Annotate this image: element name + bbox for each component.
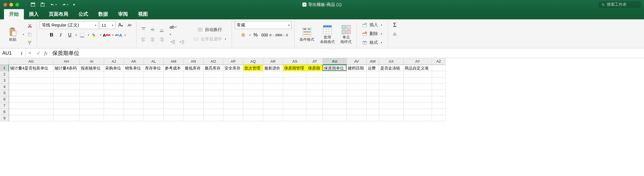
cancel-formula-icon[interactable]: × xyxy=(26,50,34,56)
cell-AZ6[interactable] xyxy=(432,96,446,103)
cell-AO5[interactable] xyxy=(203,90,223,96)
cell-AO4[interactable] xyxy=(203,84,223,90)
cell-AH9[interactable] xyxy=(53,115,80,121)
cell-AJ9[interactable] xyxy=(104,115,124,121)
spreadsheet-grid[interactable]: AGAHAIAJAKALAMANAOAPAQARASATAUAVAWAXAYAZ… xyxy=(0,58,644,121)
cell-AU3[interactable] xyxy=(323,77,347,84)
cell-AQ3[interactable] xyxy=(243,77,263,84)
qat-customize-icon[interactable]: ▾ xyxy=(73,2,75,7)
col-header-AG[interactable]: AG xyxy=(9,58,53,65)
col-header-AV[interactable]: AV xyxy=(347,58,367,65)
cell-AX6[interactable] xyxy=(379,96,404,103)
font-name-combo[interactable]: 等线 Regular (正文)▾ xyxy=(40,21,98,29)
cell-AT6[interactable] xyxy=(307,96,323,103)
tab-2[interactable]: 页面布局 xyxy=(44,9,73,19)
align-bottom-icon[interactable] xyxy=(158,26,166,33)
zoom-icon[interactable] xyxy=(15,3,19,7)
col-header-AT[interactable]: AT xyxy=(307,58,323,65)
cell-AJ4[interactable] xyxy=(104,84,124,90)
align-center-icon[interactable] xyxy=(149,36,157,43)
cell-AU4[interactable] xyxy=(323,84,347,90)
clear-icon[interactable] xyxy=(391,30,399,38)
cell-AW3[interactable] xyxy=(367,77,379,84)
cell-AV4[interactable] xyxy=(347,84,367,90)
orientation-icon[interactable]: ab↗ xyxy=(169,23,177,31)
cell-AN8[interactable] xyxy=(184,109,203,115)
cell-AV3[interactable] xyxy=(347,77,367,84)
cell-AT1[interactable]: 保质期 xyxy=(307,65,323,71)
col-header-AZ[interactable]: AZ xyxy=(432,58,446,65)
cell-AH4[interactable] xyxy=(53,84,80,90)
decrease-decimal-icon[interactable]: .00→.0 xyxy=(279,31,287,39)
cell-AR8[interactable] xyxy=(263,109,283,115)
italic-button[interactable]: I xyxy=(57,31,65,39)
accounting-icon[interactable] xyxy=(240,31,248,39)
cell-AV1[interactable]: 建档日期 xyxy=(347,65,367,71)
col-header-AQ[interactable]: AQ xyxy=(243,58,263,65)
cell-AK9[interactable] xyxy=(124,115,144,121)
cell-AQ2[interactable] xyxy=(243,71,263,77)
cell-AL6[interactable] xyxy=(144,96,164,103)
format-cells-button[interactable]: 格式▾ xyxy=(360,39,385,46)
cell-AS8[interactable] xyxy=(283,109,307,115)
cell-AJ2[interactable] xyxy=(104,71,124,77)
cell-AH1[interactable]: 辅计量4条码 xyxy=(53,65,80,71)
format-painter-icon[interactable] xyxy=(26,39,34,47)
delete-cells-button[interactable]: 删除▾ xyxy=(360,30,385,38)
cell-AO2[interactable] xyxy=(203,71,223,77)
cell-AG2[interactable] xyxy=(9,71,53,77)
cell-AY5[interactable] xyxy=(404,90,432,96)
cell-AO6[interactable] xyxy=(203,96,223,103)
cell-AO7[interactable] xyxy=(203,103,223,109)
cell-AI8[interactable] xyxy=(80,109,104,115)
cell-AH3[interactable] xyxy=(53,77,80,84)
col-header-AL[interactable]: AL xyxy=(144,58,164,65)
tab-6[interactable]: 视图 xyxy=(133,9,153,19)
cell-AG3[interactable] xyxy=(9,77,53,84)
underline-button[interactable]: U xyxy=(66,31,74,39)
cell-AL7[interactable] xyxy=(144,103,164,109)
increase-decimal-icon[interactable]: .0→.00 xyxy=(270,31,278,39)
cell-AU7[interactable] xyxy=(323,103,347,109)
cell-AH5[interactable] xyxy=(53,90,80,96)
col-header-AX[interactable]: AX xyxy=(379,58,404,65)
cell-AW8[interactable] xyxy=(367,109,379,115)
cell-AK8[interactable] xyxy=(124,109,144,115)
cell-AW1[interactable]: 运费 xyxy=(367,65,379,71)
cell-AG8[interactable] xyxy=(9,109,53,115)
cell-AW2[interactable] xyxy=(367,71,379,77)
col-header-AR[interactable]: AR xyxy=(263,58,283,65)
col-header-AO[interactable]: AO xyxy=(203,58,223,65)
cell-AJ1[interactable]: 采购单位 xyxy=(104,65,124,71)
cell-AX1[interactable]: 是否走冻链 xyxy=(379,65,404,71)
cell-AI3[interactable] xyxy=(80,77,104,84)
cell-AQ6[interactable] xyxy=(243,96,263,103)
cell-AR3[interactable] xyxy=(263,77,283,84)
cell-AR9[interactable] xyxy=(263,115,283,121)
tab-4[interactable]: 数据 xyxy=(93,9,113,19)
cell-AH2[interactable] xyxy=(53,71,80,77)
cell-AZ8[interactable] xyxy=(432,109,446,115)
cell-AM7[interactable] xyxy=(164,103,184,109)
cell-AZ3[interactable] xyxy=(432,77,446,84)
row-header-5[interactable]: 5 xyxy=(0,90,9,96)
cell-AS1[interactable]: 保质期管理 xyxy=(283,65,307,71)
paste-button[interactable]: 粘贴 xyxy=(5,26,20,43)
col-header-AI[interactable]: AI xyxy=(80,58,104,65)
cell-AM2[interactable] xyxy=(164,71,184,77)
cell-AJ8[interactable] xyxy=(104,109,124,115)
cell-AL5[interactable] xyxy=(144,90,164,96)
cell-AZ5[interactable] xyxy=(432,90,446,96)
cell-AR2[interactable] xyxy=(263,71,283,77)
number-format-combo[interactable]: 常规▾ xyxy=(235,21,292,29)
cell-AL9[interactable] xyxy=(144,115,164,121)
cell-AI9[interactable] xyxy=(80,115,104,121)
cell-AX3[interactable] xyxy=(379,77,404,84)
cell-AP1[interactable]: 安全库存 xyxy=(223,65,243,71)
col-header-AM[interactable]: AM xyxy=(164,58,184,65)
cell-AO8[interactable] xyxy=(203,109,223,115)
cell-AG4[interactable] xyxy=(9,84,53,90)
align-middle-icon[interactable] xyxy=(149,26,157,33)
cell-AN1[interactable]: 最低库存 xyxy=(184,65,203,71)
tab-3[interactable]: 公式 xyxy=(73,9,93,19)
